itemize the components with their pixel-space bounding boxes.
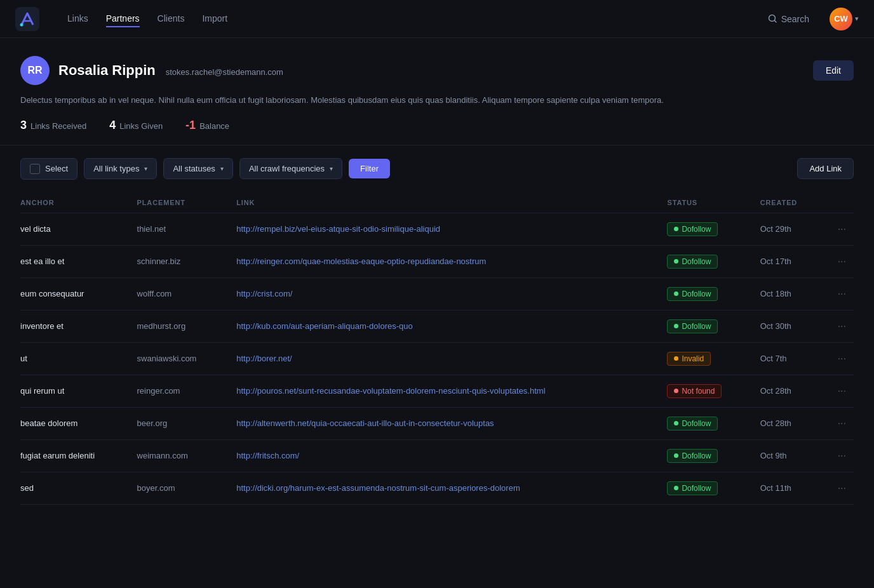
cell-status: Dofollow — [659, 407, 752, 439]
status-badge: Dofollow — [667, 255, 718, 269]
cell-link: http://dicki.org/harum-ex-est-assumenda-… — [229, 472, 659, 504]
table-row: vel dicta thiel.net http://rempel.biz/ve… — [20, 213, 854, 245]
filter-button[interactable]: Filter — [349, 159, 390, 178]
search-label: Search — [781, 14, 809, 24]
status-label: Dofollow — [682, 290, 711, 298]
cell-anchor: ut — [20, 342, 130, 375]
cell-status: Dofollow — [659, 245, 752, 277]
cell-created: Oct 29th — [753, 213, 823, 245]
chevron-down-icon: ▾ — [855, 15, 859, 23]
row-actions-button[interactable]: ··· — [822, 439, 854, 472]
cell-placement: swaniawski.com — [130, 342, 229, 375]
cell-created: Oct 18th — [753, 277, 823, 310]
status-dot — [674, 356, 678, 361]
cell-anchor: qui rerum ut — [20, 375, 130, 407]
chevron-down-icon: ▾ — [144, 165, 147, 172]
cell-link: http://fritsch.com/ — [229, 439, 659, 472]
status-dot — [674, 324, 678, 328]
cell-link: http://kub.com/aut-aperiam-aliquam-dolor… — [229, 310, 659, 342]
profile-avatar: RR — [20, 56, 50, 85]
cell-link: http://pouros.net/sunt-recusandae-volupt… — [229, 375, 659, 407]
row-actions-button[interactable]: ··· — [822, 213, 854, 245]
table-row: inventore et medhurst.org http://kub.com… — [20, 310, 854, 342]
status-dot — [674, 453, 678, 458]
row-actions-button[interactable]: ··· — [822, 245, 854, 277]
stat-label: Links Given — [119, 121, 163, 131]
cell-placement: schinner.biz — [130, 245, 229, 277]
nav-import-item[interactable]: Import — [202, 11, 227, 27]
navbar: Links Partners Clients Import Search CW … — [0, 0, 874, 38]
status-badge: Dofollow — [667, 222, 718, 236]
row-actions-button[interactable]: ··· — [822, 277, 854, 310]
status-label: Dofollow — [682, 484, 711, 493]
stat-number: 3 — [20, 119, 27, 132]
status-badge: Dofollow — [667, 481, 718, 495]
col-placement: PLACEMENT — [130, 192, 229, 213]
cell-created: Oct 28th — [753, 407, 823, 439]
table-row: sed boyer.com http://dicki.org/harum-ex-… — [20, 472, 854, 504]
app-logo — [15, 7, 39, 31]
statuses-label: All statuses — [173, 164, 215, 173]
col-status: STATUS — [659, 192, 752, 213]
crawl-freq-label: All crawl frequencies — [249, 164, 325, 173]
stat-label: Links Received — [30, 121, 86, 131]
stat-balance: -1 Balance — [185, 119, 229, 132]
select-button[interactable]: Select — [20, 158, 77, 180]
table-row: beatae dolorem beer.org http://altenwert… — [20, 407, 854, 439]
statuses-dropdown[interactable]: All statuses ▾ — [163, 158, 232, 179]
edit-button[interactable]: Edit — [813, 60, 854, 81]
cell-link: http://rempel.biz/vel-eius-atque-sit-odi… — [229, 213, 659, 245]
crawl-freq-dropdown[interactable]: All crawl frequencies ▾ — [239, 158, 342, 179]
cell-link: http://altenwerth.net/quia-occaecati-aut… — [229, 407, 659, 439]
links-table: ANCHOR PLACEMENT LINK STATUS CREATED vel… — [20, 192, 854, 505]
nav-partners-item[interactable]: Partners — [106, 11, 140, 27]
status-dot — [674, 389, 678, 393]
status-badge: Invalid — [667, 352, 711, 366]
status-dot — [674, 259, 678, 264]
profile-name-group: Rosalia Rippin stokes.rachel@stiedemann.… — [58, 62, 283, 79]
status-badge: Dofollow — [667, 449, 718, 463]
cell-placement: wolff.com — [130, 277, 229, 310]
cell-created: Oct 30th — [753, 310, 823, 342]
table-row: ut swaniawski.com http://borer.net/ Inva… — [20, 342, 854, 375]
stat-number: 4 — [109, 119, 116, 132]
add-link-button[interactable]: Add Link — [797, 158, 854, 179]
table-row: qui rerum ut reinger.com http://pouros.n… — [20, 375, 854, 407]
cell-status: Invalid — [659, 342, 752, 375]
nav-links-item[interactable]: Links — [67, 11, 88, 27]
cell-anchor: inventore et — [20, 310, 130, 342]
cell-created: Oct 17th — [753, 245, 823, 277]
profile-header: RR Rosalia Rippin stokes.rachel@stiedema… — [20, 56, 854, 85]
avatar: CW — [830, 8, 852, 30]
status-label: Dofollow — [682, 257, 711, 266]
cell-anchor: est ea illo et — [20, 245, 130, 277]
cell-status: Dofollow — [659, 472, 752, 504]
link-types-dropdown[interactable]: All link types ▾ — [84, 158, 157, 179]
status-dot — [674, 421, 678, 425]
user-menu[interactable]: CW ▾ — [830, 8, 859, 30]
row-actions-button[interactable]: ··· — [822, 407, 854, 439]
status-dot — [674, 486, 678, 490]
stat-number: -1 — [185, 119, 196, 132]
col-anchor: ANCHOR — [20, 192, 130, 213]
svg-point-1 — [20, 23, 24, 26]
cell-placement: thiel.net — [130, 213, 229, 245]
row-actions-button[interactable]: ··· — [822, 472, 854, 504]
status-dot — [674, 227, 678, 231]
status-label: Invalid — [682, 354, 704, 363]
cell-placement: boyer.com — [130, 472, 229, 504]
stat-links-given: 4 Links Given — [109, 119, 163, 132]
stat-links-received: 3 Links Received — [20, 119, 86, 132]
row-actions-button[interactable]: ··· — [822, 310, 854, 342]
row-actions-button[interactable]: ··· — [822, 375, 854, 407]
row-actions-button[interactable]: ··· — [822, 342, 854, 375]
table-row: eum consequatur wolff.com http://crist.c… — [20, 277, 854, 310]
status-label: Dofollow — [682, 322, 711, 331]
profile-stats: 3 Links Received 4 Links Given -1 Balanc… — [20, 119, 854, 132]
select-checkbox[interactable] — [30, 164, 40, 174]
nav-clients-item[interactable]: Clients — [158, 11, 185, 27]
cell-created: Oct 11th — [753, 472, 823, 504]
search-button[interactable]: Search — [768, 14, 809, 24]
cell-status: Dofollow — [659, 277, 752, 310]
cell-anchor: fugiat earum deleniti — [20, 439, 130, 472]
